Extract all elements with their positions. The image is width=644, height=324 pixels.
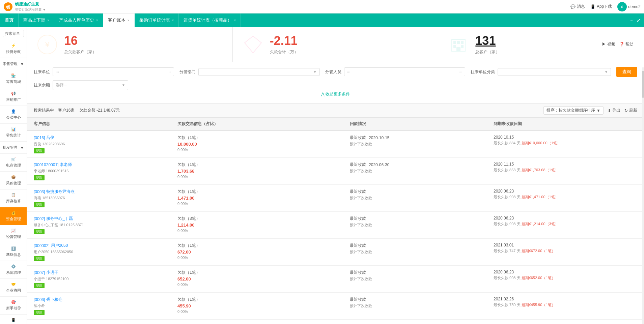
tab-product-history[interactable]: 产成品入库单历史 ×	[54, 13, 103, 27]
biz-icon: 📈	[11, 229, 16, 233]
video-btn[interactable]: ▶ 视频	[602, 41, 615, 47]
industry-label: 母婴行业演示账套 ▼	[15, 7, 46, 12]
person-input[interactable]: ···	[344, 67, 466, 76]
tab-close-icon[interactable]: ×	[47, 19, 49, 22]
overdue-link-5[interactable]: 超期¥652.00（1笔）	[522, 276, 556, 280]
customer-name-6[interactable]: [0006]丢下粮仓	[34, 297, 177, 302]
member-icon: 👤	[11, 109, 16, 114]
message-btn[interactable]: 💬 消息	[570, 4, 585, 9]
sidebar-item-finance[interactable]: 💰 资金管理	[0, 207, 27, 225]
customer-tag-3: 现款	[34, 229, 45, 234]
minimize-icon[interactable]: －	[629, 17, 634, 23]
overdue-link-6[interactable]: 超期¥455.90（1笔）	[522, 303, 556, 307]
header-customer: 客户信息	[34, 121, 177, 127]
overdue-link-4[interactable]: 超期¥672.00（1笔）	[522, 249, 556, 253]
query-button[interactable]: 查询	[616, 67, 637, 77]
chevron-down-icon: ▼	[20, 62, 24, 66]
return-info-5: 最近收款 预计下次收款	[350, 270, 494, 282]
sidebar-item-ecom[interactable]: 🛒 电商管理	[0, 154, 27, 172]
filter-row-1: 往来单位 ··· 分管部门 ▼ 分管人员 ···	[34, 67, 637, 77]
search-input[interactable]	[3, 30, 24, 37]
app-wrapper: 畅 畅捷通好生意 母婴行业演示账套 ▼ 💬 消息 📱 App下载	[0, 0, 644, 324]
debt-amount-3: 1,214.00	[177, 223, 350, 228]
sidebar-item-member[interactable]: 👤 会员中心	[0, 106, 27, 124]
chevron-up-icon: ⋀	[321, 92, 325, 96]
maximize-icon[interactable]: ⤢	[637, 18, 641, 23]
balance-label: 往来余额	[34, 82, 50, 88]
debt-count-0: 欠款（1笔）	[177, 135, 350, 141]
sidebar-item-app-center[interactable]: 📱 应用中心	[0, 315, 27, 324]
scrollbar[interactable]	[642, 67, 644, 324]
due-date-5: 2020.06.23	[494, 270, 637, 274]
overdue-link-3[interactable]: 超期¥1,214.00（3笔）	[522, 222, 559, 226]
tab-close-icon[interactable]: ×	[96, 19, 98, 22]
overdue-link-0[interactable]: 超期¥10,000.00（1笔）	[522, 141, 561, 145]
sidebar-item-enterprise-coop[interactable]: 🤝 企业协同	[0, 279, 27, 297]
customer-name-2[interactable]: [0003]畅捷服务尹海燕	[34, 189, 177, 195]
collapse-bar[interactable]: ⋀ 收起更多条件	[34, 90, 637, 98]
tab-product-offline[interactable]: 商品上下架 ×	[19, 13, 54, 27]
svg-rect-7	[457, 41, 460, 44]
card-total-customers-body: 131 总客户（家）	[475, 34, 500, 55]
tab-close-icon[interactable]: ×	[172, 19, 174, 22]
sidebar-item-purchase[interactable]: 📦 采购管理	[0, 172, 27, 189]
sort-select[interactable]: 排序：按欠款金额倒序排序 ▼	[543, 106, 604, 115]
sort-label: 排序：按欠款金额倒序排序	[547, 108, 595, 113]
customer-info-6: [0006]丢下粮仓 陈小希 现款	[34, 297, 177, 315]
customer-name-4[interactable]: [000002]用户2050	[34, 243, 177, 248]
customer-phone-5: 小进干 18279152100	[34, 276, 177, 282]
tab-incoming-stats[interactable]: 进货单统计表（按商品） ×	[179, 13, 241, 27]
unit-category-input[interactable]: ▼	[498, 68, 611, 76]
svg-rect-10	[461, 45, 464, 48]
sidebar-item-new-guide[interactable]: 🎯 新手引导	[0, 297, 27, 315]
tab-home[interactable]: 首页	[0, 13, 19, 27]
sidebar-search-area	[0, 27, 27, 40]
header-due: 到期未收款日期	[494, 121, 637, 127]
debt-percent-3: 0.00%	[177, 229, 350, 233]
return-next-0: 预计下次收款	[350, 142, 494, 147]
svg-text:¥: ¥	[45, 40, 50, 49]
overdue-link-2[interactable]: 超期¥1,471.00（1笔）	[522, 195, 559, 199]
export-btn[interactable]: ⬇ 导出	[608, 108, 620, 113]
debt-count-6: 欠款（1笔）	[177, 297, 350, 302]
balance-input[interactable]: 选择... ▼	[53, 80, 128, 90]
customer-name-1[interactable]: [0001020001]李老师	[34, 162, 177, 168]
debt-info-4: 欠款（1笔） 672.00 0.00%	[177, 243, 350, 260]
user-menu[interactable]: d demo2	[617, 2, 641, 11]
tab-customer-account[interactable]: 客户账本 ×	[103, 13, 135, 27]
sidebar-item-retail-mall[interactable]: 🏪 零售商城	[0, 70, 27, 88]
overdue-link-1[interactable]: 超期¥1,703.68（1笔）	[522, 168, 559, 172]
tab-close-icon[interactable]: ×	[234, 19, 236, 22]
return-info-2: 最近收款 预计下次收款	[350, 189, 494, 201]
customer-name-5[interactable]: [0007]小进干	[34, 270, 177, 275]
source-unit-input[interactable]: ···	[53, 67, 174, 76]
chevron-down-icon: ▼	[313, 70, 317, 74]
debt-count-5: 欠款（1笔）	[177, 270, 350, 275]
sidebar-item-biz[interactable]: 📈 经营管理	[0, 225, 27, 243]
help-btn[interactable]: ❓ 帮助	[619, 41, 634, 47]
top-left: 畅 畅捷通好生意 母婴行业演示账套 ▼	[3, 1, 51, 12]
sidebar-item-batch-mgmt[interactable]: 批发管理 ▼	[0, 142, 27, 154]
department-input[interactable]: ▼	[198, 68, 320, 76]
debt-info-6: 欠款（1笔） 455.90 0.00%	[177, 297, 350, 314]
customer-name-0[interactable]: [0016]吕俊	[34, 135, 177, 141]
app-download-btn[interactable]: 📱 App下载	[590, 4, 612, 9]
tabs-bar-right: － ⤢	[626, 13, 644, 27]
refresh-btn[interactable]: ↻ 刷新	[624, 108, 637, 113]
sidebar-item-retail-stats[interactable]: 📊 零售统计	[0, 124, 27, 142]
sidebar-item-quick-nav[interactable]: ⚡ 快捷导航	[0, 40, 27, 58]
table-row: [000002]用户2050 用户2050 18665062050 现款 欠款（…	[27, 239, 644, 266]
tab-purchase-order[interactable]: 采购订单统计表 ×	[135, 13, 179, 27]
scrollbar-thumb[interactable]	[642, 71, 644, 98]
customer-name-3[interactable]: [0002]服务中心_丁磊	[34, 216, 177, 222]
sidebar-item-system[interactable]: ⚙️ 系统管理	[0, 261, 27, 279]
sidebar-item-retail-mgmt[interactable]: 零售管理 ▼	[0, 58, 27, 70]
sidebar-item-basic[interactable]: ℹ️ 基础信息	[0, 243, 27, 261]
sidebar-item-marketing[interactable]: 📢 营销推广	[0, 88, 27, 106]
tab-close-icon[interactable]: ×	[128, 19, 130, 22]
filter-area: 往来单位 ··· 分管部门 ▼ 分管人员 ···	[27, 62, 644, 104]
due-info-3: 2020.06.23 最长欠款 998 天 超期¥1,214.00（3笔）	[494, 216, 637, 227]
sidebar-item-inventory[interactable]: 📋 库存核算	[0, 189, 27, 207]
svg-rect-11	[456, 47, 460, 51]
total-customers-label: 总客户（家）	[475, 49, 500, 55]
